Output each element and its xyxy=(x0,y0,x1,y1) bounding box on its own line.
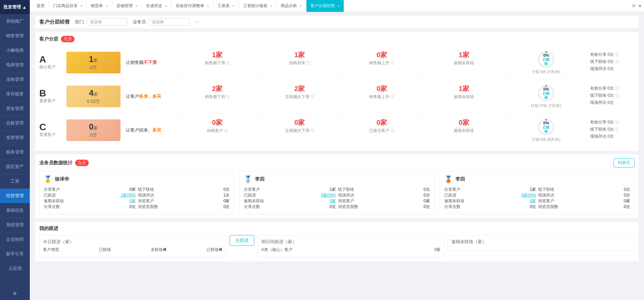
sp-name-2: 李四 xyxy=(255,176,264,182)
tier-c-count-block: 0家 0万 xyxy=(66,119,121,141)
tab-close-all-icon[interactable]: ✕ xyxy=(631,3,636,9)
sidebar-item-ledger[interactable]: 总账管理 xyxy=(0,116,30,131)
salesperson-card-1: 🥇 徐泽华 分管客户0家 已跟进1家(0%) 逾期未联络0家 分享次数0次 线下… xyxy=(39,171,234,214)
tier-a-circle: 0% 已联络 计划 4次 (7天/次) xyxy=(505,49,587,76)
tab-ar-adjust[interactable]: 应收应付调整单 × xyxy=(172,0,213,12)
sidebar-header[interactable]: 批发管理 ▲ xyxy=(0,0,30,14)
tab-close-voucher[interactable]: × xyxy=(165,4,167,8)
salesperson-card-3: 🥉 李四 分管客户1家 已跟进0家(0%) 逾期未联络0家 分享次数0次 线下联… xyxy=(440,171,635,214)
tab-close-ar-adjust[interactable]: × xyxy=(207,4,209,8)
go-followup-button[interactable]: 去跟进 xyxy=(230,235,254,246)
sp-medal-2: 🥈 xyxy=(244,175,252,183)
tab-voucher[interactable]: 生成凭证 × xyxy=(142,0,171,12)
tier-a-stat-2: 1家 回购异常 ⓘ xyxy=(258,49,341,76)
dept-select[interactable]: 请选择 xyxy=(87,18,127,26)
sidebar-toggle-icon: ▲ xyxy=(22,5,27,10)
list-view-button[interactable]: 列表式 xyxy=(614,158,635,167)
followup-overdue-card: 逾期未联络（家） xyxy=(448,235,635,251)
sp-stats-1: 分管客户0家 已跟进1家(0%) 逾期未联络0家 分享次数0次 线下联络0次 现… xyxy=(44,187,230,210)
page-header: 客户分层经营 部门 请选择 业务员 请选择 ··· xyxy=(35,16,639,28)
followup-today-title: 今日跟进（家） xyxy=(43,239,222,245)
tier-c-stat-2: 0家 交易频次下滑 ⓘ xyxy=(258,117,341,143)
tab-close-store-mgmt[interactable]: × xyxy=(135,4,137,8)
sidebar-item-ecommerce-small[interactable]: 小畅电商 xyxy=(0,43,30,58)
content-area: 客户分层经营 部门 请选择 业务员 请选择 ··· 客户分层 九月 xyxy=(30,12,644,300)
tier-b-label: B 重要客户 xyxy=(39,89,66,104)
sidebar-item-invoice[interactable]: 发票管理 xyxy=(0,131,30,145)
sidebar-item-inventory[interactable]: 库存核算 xyxy=(0,87,30,101)
sp-header-1: 🥇 徐泽华 xyxy=(44,175,230,183)
sp-header-2: 🥈 李四 xyxy=(244,175,430,183)
tier-c-suggestion: 让客户回来、多买 xyxy=(126,127,173,133)
tab-close-sales-order[interactable]: × xyxy=(106,4,108,8)
sidebar-item-sales[interactable]: 销售管理 xyxy=(0,29,30,43)
tab-salary-report[interactable]: 工资统计报表 × xyxy=(239,0,277,12)
sidebar-item-finance[interactable]: 资金管理 xyxy=(0,101,30,116)
followup-grid: 今日跟进（家） 客户类型 已联络 未联络❶ 已联络❶ 去跟进 明日待跟进（家） … xyxy=(39,235,635,257)
sidebar-item-guide[interactable]: 新手引导 xyxy=(0,247,30,261)
tab-store-products[interactable]: 门店商品目录 × xyxy=(49,0,87,12)
salesperson-section-header: 业务员数据统计 九月 列表式 xyxy=(39,158,635,167)
customer-tier-title: 客户分层 xyxy=(39,36,58,42)
sp-name-1: 徐泽华 xyxy=(55,176,69,182)
salesperson-select[interactable]: 请选择 xyxy=(149,18,189,26)
more-filters-btn[interactable]: ··· xyxy=(195,19,199,25)
salesperson-month: 九月 xyxy=(75,160,89,166)
tier-c-stat-3: 0家 已激活客户 ⓘ xyxy=(341,117,423,143)
sidebar-item-tax[interactable]: 税务管理 xyxy=(0,145,30,160)
sp-medal-1: 🥇 xyxy=(44,175,52,183)
tab-salary-table[interactable]: 工资表 × xyxy=(213,0,239,12)
sidebar-item-enterprise[interactable]: 企业协同 xyxy=(0,232,30,247)
tab-home[interactable]: 首页 xyxy=(33,0,49,12)
tier-b-stat-3: 0家 销售额上升 ⓘ xyxy=(341,83,423,110)
tier-c-stat-1: 0家 休眠客户 ⓘ xyxy=(176,117,258,143)
sidebar-item-basic-info[interactable]: 基础信息 xyxy=(0,203,30,218)
tier-b-stat-1: 2家 销售额下滑 ⓘ xyxy=(176,83,258,110)
tab-sales-order[interactable]: 销货单 × xyxy=(87,0,112,12)
salesperson-label: 业务员 xyxy=(133,19,146,25)
tab-customer-tier[interactable]: 客户分层经营 × xyxy=(306,0,344,12)
tier-c-right-stats: 有效分享 0次 ⓘ 线下联络 0次 ⓘ 现场拜访 0次 xyxy=(587,119,635,141)
customer-tier-section: 客户分层 九月 A 核心客户 1家 0万 让销售额不下滑 1家 xyxy=(35,32,639,151)
sidebar-item-purchase[interactable]: 采购管理 xyxy=(0,72,30,87)
sidebar-item-cloud[interactable]: 云应用 xyxy=(0,261,30,276)
tier-a-count-block: 1家 0万 xyxy=(66,52,121,73)
tab-close-salary-report[interactable]: × xyxy=(270,4,272,8)
sidebar-item-fixed-assets[interactable]: 固定资产 xyxy=(0,160,30,174)
sidebar-item-ecommerce[interactable]: 电商管理 xyxy=(0,58,30,72)
salesperson-filter: 业务员 请选择 xyxy=(133,18,189,26)
tab-store-mgmt[interactable]: 店铺管理 × xyxy=(112,0,142,12)
sp-header-3: 🥉 李四 xyxy=(444,175,630,183)
sidebar-settings[interactable]: ⚙ xyxy=(0,286,30,300)
tier-b-stat-2: 2家 交易频次下滑 ⓘ xyxy=(258,83,341,110)
tier-c-stats: 0家 休眠客户 ⓘ 0家 交易频次下滑 ⓘ 0家 已激活客户 ⓘ 0家 逾期未联… xyxy=(176,117,587,143)
followup-overdue-title: 逾期未联络（家） xyxy=(451,239,631,245)
tier-row-c: C 普通客户 0家 0万 让客户回来、多买 0家 休眠客户 ⓘ 0家 xyxy=(39,113,635,147)
dept-label: 部门 xyxy=(75,19,84,25)
tier-b-stats: 2家 销售额下滑 ⓘ 2家 交易频次下滑 ⓘ 0家 销售额上升 ⓘ 1家 逾期未… xyxy=(176,83,587,110)
tab-close-product-analysis[interactable]: × xyxy=(300,4,302,8)
tab-more-icon[interactable]: ▾ xyxy=(639,3,641,9)
salesperson-card-2: 🥈 李四 分管客户1家 已跟进0家(0%) 逾期未联络0家 分享次数0次 线下联… xyxy=(239,171,434,214)
tier-a-stats: 1家 销售额下滑 ⓘ 1家 回购异常 ⓘ 0家 销售额上升 ⓘ 1家 逾期未联络 xyxy=(176,49,587,76)
gear-icon: ⚙ xyxy=(13,291,17,296)
followup-tomorrow-card: 明日待跟进（家） A类（核心）客户 0家 xyxy=(258,235,445,257)
tab-close-customer-tier[interactable]: × xyxy=(338,4,340,8)
tier-b-suggestion: 让客户多来、多买 xyxy=(126,93,173,99)
customer-tier-month: 九月 xyxy=(61,36,74,42)
tab-close-store-products[interactable]: × xyxy=(80,4,82,8)
salesperson-section: 业务员数据统计 九月 列表式 🥇 徐泽华 分管客户0家 已跟进1家(0%) xyxy=(35,154,639,218)
sidebar-item-salary[interactable]: 工资 xyxy=(0,174,30,189)
tier-b-stat-4: 1家 逾期未联络 xyxy=(423,83,505,110)
sidebar-item-system[interactable]: 系统管理 xyxy=(0,218,30,232)
sidebar-item-marketing[interactable]: 营销推广 xyxy=(0,14,30,29)
sidebar-item-operations[interactable]: 经营管理 xyxy=(0,189,30,203)
followup-today-card: 今日跟进（家） 客户类型 已联络 未联络❶ 已联络❶ xyxy=(39,235,226,257)
tab-close-salary-table[interactable]: × xyxy=(232,4,234,8)
sp-name-3: 李四 xyxy=(455,176,465,182)
tab-product-analysis[interactable]: 商品分析 × xyxy=(277,0,306,12)
followup-section: 我的跟进 今日跟进（家） 客户类型 已联络 未联络❶ 已联络❶ 去跟进 明日待跟… xyxy=(35,222,639,261)
tab-bar: 首页 门店商品目录 × 销货单 × 店铺管理 × 生成凭证 × 应收应付调整单 … xyxy=(30,0,644,12)
tier-c-stat-4: 0家 逾期未联络 xyxy=(423,117,505,143)
sp-medal-3: 🥉 xyxy=(444,175,453,183)
